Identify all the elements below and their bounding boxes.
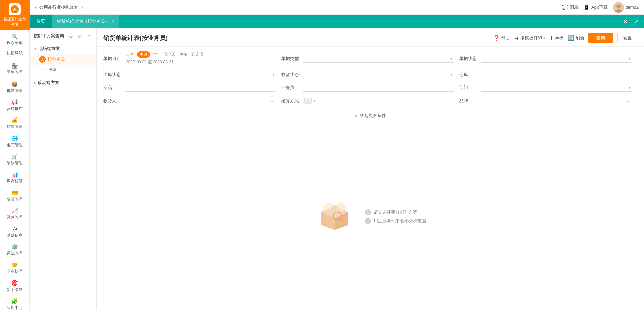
- apps-icon: 🧩: [11, 298, 18, 304]
- topbar-dropdown-icon[interactable]: ▾: [81, 5, 83, 10]
- sidebar-item-purchase[interactable]: 🛒 采购管理: [0, 151, 29, 169]
- tabbar-expand-btn[interactable]: ⤢: [631, 17, 641, 26]
- wholesale-label: 批发管理: [7, 88, 23, 94]
- warehouse-dots-icon[interactable]: ···: [627, 72, 631, 78]
- sidebar-item-retail[interactable]: 🏪 零售管理: [0, 60, 29, 78]
- filter-copy-icon[interactable]: ⊙: [76, 32, 84, 40]
- brand-dots-icon[interactable]: ···: [627, 98, 631, 104]
- recipient-label: 收货人: [103, 98, 122, 104]
- print-label: 按模板打印: [520, 35, 542, 41]
- export-btn[interactable]: ⬆ 导出: [549, 35, 564, 41]
- sidebar-item-marketing[interactable]: 📢 营销推广: [0, 96, 29, 114]
- help-label: 帮助: [501, 35, 510, 41]
- empty-text-2: 2 用过滤条件来缩小分析范围: [365, 218, 426, 224]
- sidebar-item-finance[interactable]: 💳 资金管理: [0, 187, 29, 205]
- filter-cell-recipient: 收货人 ···: [103, 97, 281, 105]
- sales-icon: 💰: [11, 117, 18, 123]
- desktop-arrow-icon: ▼: [34, 47, 37, 51]
- date-range-wrap: 上月 本月 本年 近7天 更多 自定义 2023-03-01 至 2023-03…: [125, 51, 276, 66]
- inventory-label: 库存核算: [7, 178, 23, 184]
- sidebar-item-operations[interactable]: 📈 经营管理: [0, 205, 29, 223]
- sidebar-item-wholesale[interactable]: 📦 批发管理: [0, 78, 29, 96]
- settings-button[interactable]: 设置: [617, 33, 637, 43]
- date-tab-lastmonth[interactable]: 上月: [125, 51, 136, 58]
- print-dropdown-icon[interactable]: ▾: [543, 36, 545, 40]
- filter-add-icon[interactable]: ⊕: [67, 32, 75, 40]
- salesperson-dots-icon[interactable]: ···: [449, 85, 453, 90]
- sidebar-item-sales[interactable]: 💰 销售管理: [0, 114, 29, 133]
- sidebar-item-ecommerce[interactable]: 🌐 电商管理: [0, 133, 29, 151]
- goods-input[interactable]: [125, 84, 276, 92]
- tab-active-label: 销货单统计表（按业务员）: [57, 18, 109, 24]
- filter-item-by-salesperson[interactable]: 人 按业务员: [30, 54, 96, 65]
- salesperson-input[interactable]: [303, 84, 454, 92]
- date-tab-custom[interactable]: 自定义: [190, 51, 205, 58]
- brand-input[interactable]: [481, 97, 632, 105]
- paymentstatus-select[interactable]: ▾: [303, 71, 454, 79]
- tag-close-icon[interactable]: ×: [307, 98, 309, 103]
- warehouse-input-wrap: ···: [481, 71, 632, 79]
- docstatus-select[interactable]: ▾: [481, 55, 632, 63]
- quick-nav[interactable]: 快捷导航: [0, 48, 29, 57]
- export-icon: ⬆: [549, 35, 554, 41]
- message-action[interactable]: 💬 消息: [562, 4, 578, 10]
- sidebar-item-basics[interactable]: 🗂 基础信息: [0, 223, 29, 241]
- sidebar-item-guide[interactable]: 🎯 新手引导: [0, 277, 29, 295]
- tab-home[interactable]: 首页: [30, 15, 52, 28]
- purchase-icon: 🛒: [11, 153, 18, 160]
- filter-cell-date: 单据日期 上月 本月 本年 近7天 更多 自定义 2023-03-01 至 20…: [103, 51, 281, 66]
- recipient-dots-icon[interactable]: ···: [271, 98, 275, 104]
- date-tab-thisyear[interactable]: 本年: [152, 51, 162, 58]
- help-btn[interactable]: ❓ 帮助: [493, 35, 510, 41]
- brand-label: 品牌: [459, 98, 478, 104]
- filter-cell-settlement: 结算方式 × ▾: [281, 96, 460, 105]
- recipient-input[interactable]: [125, 97, 276, 105]
- doctype-select[interactable]: ▾: [303, 55, 454, 63]
- query-button[interactable]: 查询: [588, 33, 613, 43]
- search-menu[interactable]: 🔍 搜索菜单: [0, 30, 29, 48]
- date-label: 单据日期: [103, 56, 122, 62]
- settlement-select[interactable]: × ▾: [303, 96, 454, 105]
- tab-close-icon[interactable]: ×: [111, 19, 114, 24]
- filter-sub-item-order[interactable]: ≡ 按单: [30, 65, 96, 75]
- warehouse-input[interactable]: [481, 71, 632, 79]
- app-download-action[interactable]: 📱 App下载: [584, 4, 608, 10]
- tab-active[interactable]: 销货单统计表（按业务员） ×: [52, 15, 119, 28]
- sidebar-item-inventory[interactable]: 📊 库存核算: [0, 169, 29, 187]
- print-btn[interactable]: 🖨 按模板打印 ▾: [514, 35, 545, 41]
- filter-collapse-icon[interactable]: «: [85, 32, 92, 40]
- collapse-bar[interactable]: ∧ 收起更多条件: [103, 110, 637, 123]
- date-tab-7days[interactable]: 近7天: [164, 51, 177, 58]
- empty-illustration: [315, 200, 355, 234]
- filter-cell-salesperson: 业务员 ···: [281, 84, 460, 92]
- filter-group-desktop-title[interactable]: ▼ 电脑端方案: [30, 44, 96, 54]
- app-logo[interactable]: 畅捷通好生意 标版: [0, 0, 30, 30]
- tabbar-actions: ✕ ⤢: [621, 17, 644, 26]
- date-value[interactable]: 2023-03-01 至 2023-03-31: [125, 59, 276, 66]
- refresh-btn[interactable]: 🔄 刷新: [568, 35, 584, 41]
- outstatus-select[interactable]: ▾: [125, 71, 276, 79]
- warehouse-label: 仓库: [459, 72, 478, 78]
- report-header: 销货单统计表(按业务员) ❓ 帮助 🖨 按模板打印 ▾ ⬆ 导出: [97, 28, 644, 47]
- logo-text: 畅捷通好生意: [4, 17, 26, 22]
- salesperson-scheme-label: 按业务员: [48, 56, 65, 62]
- sub-item-icon: ≡: [44, 67, 47, 73]
- user-name: demo2: [625, 5, 639, 10]
- dept-select[interactable]: ▾: [481, 84, 632, 92]
- sidebar-item-apps[interactable]: 🧩 应用中心: [0, 295, 29, 310]
- filter-row-3: 商品 ··· 业务员 ··· 部门: [103, 84, 637, 92]
- date-tab-thismonth[interactable]: 本月: [137, 51, 150, 58]
- filter-group-mobile-title[interactable]: ▶ 移动端方案: [30, 78, 96, 88]
- settlement-label: 结算方式: [281, 98, 300, 104]
- goods-dots-icon[interactable]: ···: [271, 85, 275, 90]
- sidebar-item-system[interactable]: ⚙️ 系统管理: [0, 241, 29, 259]
- salesperson-scheme-icon: 人: [39, 56, 46, 63]
- user-avatar[interactable]: demo2: [613, 2, 639, 13]
- filter-group-desktop: ▼ 电脑端方案 人 按业务员 ≡ 按单: [30, 42, 96, 76]
- date-tab-more[interactable]: 更多: [178, 51, 189, 58]
- sidebar-item-enterprise[interactable]: 🤝 企业协同: [0, 259, 29, 277]
- retail-label: 零售管理: [7, 70, 23, 75]
- search-menu-label: 搜索菜单: [7, 40, 23, 45]
- tabbar-close-btn[interactable]: ✕: [621, 17, 630, 26]
- retail-icon: 🏪: [11, 63, 18, 69]
